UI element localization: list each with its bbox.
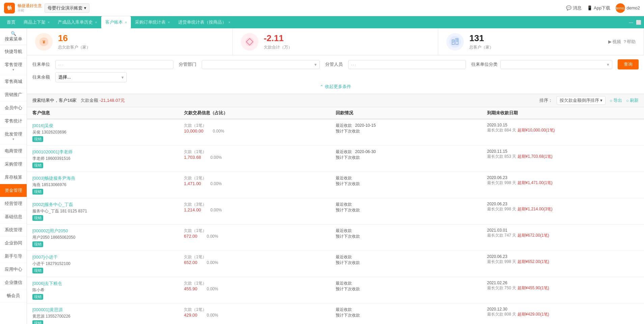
overdue-amount[interactable]: 超期¥672.00(1笔) [517,233,549,238]
filter-select-department[interactable]: ▾ [202,60,320,69]
sidebar-item-marketing[interactable]: 营销推广 [0,88,27,101]
table-row: [0006]去下粮仓 陈小希 现销 欠款（1笔） 455.90 0.00% 最近… [27,277,644,303]
overdue-amount[interactable]: 超期¥1,214.00(3笔) [517,207,553,211]
close-icon[interactable]: × [48,20,50,24]
store-selector[interactable]: 母婴行业演示账套 ▾ [45,3,89,13]
collapse-button[interactable]: ⌃ 收起更多条件 [32,82,639,91]
results-amount-label: 欠款金额 [81,98,98,103]
sidebar-item-enterprise-coop[interactable]: 企业协同 [0,237,27,250]
overdue-amount[interactable]: 超期¥1,703.68(1笔) [517,154,553,159]
debt-amount[interactable]: 672.00 [184,234,197,239]
table-body: [0016]吴俊 吴俊 13026203696 现销 欠款（1笔） 10,000… [27,119,644,324]
sidebar-item-ecommerce[interactable]: 电商管理 [0,145,27,158]
play-icon: ▶ [608,39,612,44]
chevron-up-icon: ⌃ [320,84,324,89]
customer-name-link[interactable]: [0007]小进干 [32,255,58,260]
recovery-info: 最近收款 预计下次收款 [336,307,487,324]
sidebar-item-retail-stats[interactable]: 零售统计 [0,115,27,128]
next-payment: 预计下次收款 [336,260,487,266]
overdue-amount[interactable]: 超期¥455.90(1笔) [517,286,549,290]
customer-name-link[interactable]: [0006]去下粮仓 [32,281,62,286]
customer-name-link[interactable]: [0001020001]李老师 [32,149,73,154]
tab-customer-account[interactable]: 客户账本 × [101,16,131,28]
message-button[interactable]: 💬 消息 [566,5,582,11]
debt-amount[interactable]: 1,214.00 [184,207,201,212]
filter-field-balance: 往来余额 选择... ▾ [32,72,127,82]
debt-amount[interactable]: 1,703.68 [184,155,201,160]
filter-row-2: 往来余额 选择... ▾ [32,72,639,82]
sidebar-item-quick-nav[interactable]: 快捷导航 [0,45,27,58]
debt-amount[interactable]: 1,471.00 [184,181,201,186]
sidebar-retail-mgmt-label: 零售管理 [1,62,25,68]
close-icon[interactable]: × [168,20,170,24]
debt-amount[interactable]: 455.90 [184,286,197,291]
last-payment: 最近收款 2020-06-30 [336,149,487,155]
customer-name-link[interactable]: [0016]吴俊 [32,123,53,128]
debt-desc: 欠款（1笔） [184,228,335,234]
maximize-icon[interactable]: ⬜ [636,20,641,25]
sidebar-item-business[interactable]: 经营管理 [0,197,27,210]
customer-name-link[interactable]: [0003]畅捷服务尹海燕 [32,176,75,181]
customer-info: [000002]用户2050 用户2050 18665062050 现销 [32,228,184,247]
refresh-button[interactable]: ○ 刷新 [626,97,639,104]
filter-input-from-unit[interactable]: ··· [55,60,173,69]
overdue-amount[interactable]: 超期¥429.00(1笔) [517,312,549,317]
stat-text-total: 131 总客户（家） [469,33,494,50]
help-label: 帮助 [627,39,636,45]
sidebar-item-search[interactable]: 🔍 搜索菜单 [0,28,27,45]
close-icon[interactable]: × [95,20,97,24]
sidebar-item-app-center[interactable]: 应用中心 [0,263,27,276]
sidebar-item-member[interactable]: 会员中心 [0,101,27,115]
sort-select[interactable]: 按欠款金额倒序排序 ▾ [557,96,606,105]
debt-desc: 欠款（1笔） [184,307,335,313]
tab-home[interactable]: 首页 [3,19,20,25]
close-icon[interactable]: × [228,20,230,24]
recovery-info: 最近收款 预计下次收款 [336,254,487,273]
view-button[interactable]: ▶ 视频 [608,39,621,45]
sidebar-item-newcomer[interactable]: 新手引导 [0,250,27,263]
message-icon: 💬 [566,5,571,10]
debt-amount[interactable]: 652.00 [184,260,197,265]
user-avatar[interactable]: demo2 demo2 [616,3,640,13]
tab-purchase-order[interactable]: 采购订单统计表 × [131,16,174,28]
stat-value-total: 131 [469,33,494,43]
table-row: [0002]服务中心_丁磊 服务中心_丁磊 181 0125 8371 现销 欠… [27,198,644,225]
debt-amount[interactable]: 10,000.00 [184,128,203,134]
debt-info: 欠款（1笔） 429.00 0.00% [184,307,335,324]
sidebar-item-vip-member[interactable]: 畅会员 [0,289,27,302]
sidebar-item-finance[interactable]: 资金管理 [0,184,27,197]
tab-production[interactable]: 产成品入库单历史 × [54,16,101,28]
close-icon[interactable]: × [125,20,127,24]
filter-area: 往来单位 ··· 分管部门 ▾ 分管人员 · [27,55,644,94]
due-date-info: 2021.02.26 最长欠款 750 天 超期¥455.90(1笔) [487,281,639,300]
customer-name-link[interactable]: [000001]黄思源 [32,307,63,312]
overdue-amount[interactable]: 超期¥1,471.00(1笔) [517,180,553,185]
help-button[interactable]: ? 帮助 [624,39,636,45]
overdue-amount[interactable]: 超期¥10,000.00(1笔) [517,128,555,132]
sidebar-item-purchase[interactable]: 采购管理 [0,158,27,171]
app-download-button[interactable]: 📱 App下载 [587,5,610,11]
filter-select-unit-category[interactable]: ▾ [500,60,612,69]
sidebar-item-batch-mgmt[interactable]: 批发管理 ▾ [0,128,27,145]
sidebar-item-retail-mgmt[interactable]: 零售管理 ▾ [0,58,27,75]
export-button[interactable]: ○ 导出 [610,97,622,104]
sidebar-enterprise-coop-label: 企业协同 [1,240,25,246]
debt-amount[interactable]: 429.00 [184,313,197,318]
sidebar-item-enterprise-wechat[interactable]: 企业微信 [0,276,27,289]
customer-name-link[interactable]: [000002]用户2050 [32,228,68,233]
filter-input-manager[interactable]: ··· [348,60,466,69]
overdue-amount[interactable]: 超期¥652.00(1笔) [517,259,549,264]
minimize-icon[interactable]: — [629,20,633,25]
filter-select-balance[interactable]: 选择... ▾ [55,72,127,82]
customer-phone: 小进干 18279152100 [32,261,184,267]
sidebar-item-basic-info[interactable]: 基础信息 [0,210,27,224]
sort-label: 排序： [539,97,553,104]
tab-products[interactable]: 商品上下架 × [20,16,54,28]
table-header: 客户信息 欠款交易信息（占比） 回款情况 到期未收款日期 [27,107,644,119]
sidebar-item-system[interactable]: 系统管理 [0,224,27,237]
tab-purchase-stats[interactable]: 进货单统计表（按商品） × [174,16,234,28]
customer-name-link[interactable]: [0002]服务中心_丁磊 [32,202,73,207]
query-button[interactable]: 查询 [618,59,639,69]
sidebar-item-inventory[interactable]: 库存核算 [0,171,27,184]
sidebar-item-retail-store[interactable]: 零售商城 [0,75,27,88]
